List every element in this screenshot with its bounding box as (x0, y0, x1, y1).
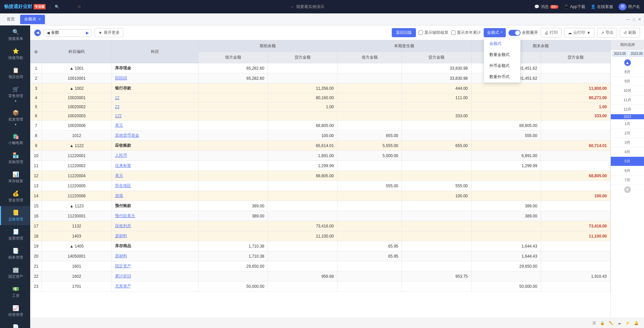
sidebar-item-finance[interactable]: 💰 资金管理 (0, 187, 30, 206)
user-info[interactable]: 用 用户名 (619, 3, 640, 10)
sidebar-item-quick-nav[interactable]: ⭐ 快捷导航 (0, 45, 30, 64)
row-name[interactable]: 回回回 (111, 73, 198, 83)
row-name[interactable]: 美元 (111, 171, 198, 181)
month-1[interactable]: 1月 (611, 119, 644, 129)
search-forward-icon[interactable]: ▶ (86, 30, 89, 35)
sidebar-item-wholesale[interactable]: 📦 批发管理 ▼ (0, 106, 30, 130)
row-ob-credit: 68,805.00 (268, 121, 337, 131)
month-9[interactable]: 9月 (611, 77, 644, 86)
row-ob-debit (198, 131, 268, 141)
display-mode-button[interactable]: 金额式 ^ (484, 28, 506, 37)
row-name[interactable]: 无形资产 (111, 281, 198, 291)
period-up-button[interactable]: ▲ (624, 59, 631, 66)
row-cd-credit (402, 151, 471, 161)
table-container[interactable]: ⚙ 科目编码 科目 期初余额 本期发生额 期末余额 借方金额 贷方金额 借方金额… (30, 40, 610, 318)
tab-home[interactable]: 首页 (3, 15, 19, 24)
row-name[interactable]: 预付款美元 (111, 211, 198, 221)
sidebar-item-assets[interactable]: 🏢 固定资产 (0, 263, 30, 282)
month-3[interactable]: 3月 (611, 138, 644, 147)
month-5[interactable]: 5月 (611, 157, 644, 166)
row-name[interactable]: 往来标签 (111, 161, 198, 171)
period-end[interactable]: 2023.05 (629, 51, 644, 57)
row-name[interactable]: 原材料 (111, 251, 198, 261)
sidebar-item-invoice[interactable]: 🧾 发票管理 (0, 225, 30, 244)
tab-close-icon[interactable]: ✕ (38, 17, 41, 21)
mode-foreign-amount[interactable]: 外币金额式 (484, 60, 520, 71)
sidebar-item-retail[interactable]: 🛒 零售管理 ▼ (0, 83, 30, 106)
service-icon: 👤 (591, 4, 596, 9)
row-code: 11220001 (42, 151, 111, 161)
sidebar-item-project[interactable]: 📋 项目合同 (0, 64, 30, 83)
row-name[interactable]: 固定资产 (111, 261, 198, 271)
print-button[interactable]: 🖨 打印 (541, 28, 561, 38)
row-name[interactable]: 应收利息 (111, 221, 198, 231)
month-8[interactable]: 8月 (611, 67, 644, 77)
refresh-button[interactable]: ↺ 刷新 (620, 28, 640, 38)
expand-more-button[interactable]: ▼ 展开更多 (95, 28, 123, 37)
month-10[interactable]: 10月 (611, 86, 644, 95)
auxiliary-checkbox[interactable] (419, 30, 423, 35)
download-button[interactable]: 📱 App下载 (564, 4, 585, 10)
row-code: 1012 (42, 131, 111, 141)
sidebar-item-payroll[interactable]: 💵 工资 (0, 282, 30, 302)
search-input[interactable] (51, 30, 85, 35)
month-11[interactable]: 11月 (611, 95, 644, 105)
mode-quantity-foreign[interactable]: 数量外币式 (484, 71, 520, 82)
tab-balance-sheet[interactable]: 余额表 ✕ (20, 15, 45, 24)
row-cd-debit (337, 93, 402, 103)
row-cd-debit (337, 73, 402, 83)
expand-all-toggle[interactable]: 全部展开 (508, 30, 538, 36)
sidebar-item-operations[interactable]: 📈 经营管理 (0, 302, 30, 321)
month-4[interactable]: 4月 (611, 147, 644, 157)
month-2[interactable]: 2月 (611, 129, 644, 138)
row-name[interactable]: 人民币 (111, 151, 198, 161)
row-name[interactable]: 12 (111, 93, 198, 103)
assets-icon: 🏢 (12, 267, 19, 273)
sidebar-item-purchase[interactable]: 🏪 采购管理 (0, 149, 30, 168)
row-cb-credit (541, 121, 610, 131)
month-7[interactable]: 7月 (611, 176, 644, 185)
row-name[interactable]: 122 (111, 112, 198, 121)
export-button[interactable]: ↗ 导出 (597, 28, 617, 38)
cloud-print-button[interactable]: ☁ 云打印 ▼ (564, 28, 594, 38)
messages-button[interactable]: 💬 消息 99+ (534, 4, 558, 10)
mode-amount[interactable]: 金额式 (484, 38, 520, 49)
row-name[interactable]: 美元 (111, 121, 198, 131)
minimize-button[interactable]: — (626, 17, 630, 22)
period-start[interactable]: 2023.05 (612, 51, 628, 57)
row-ob-credit (268, 201, 337, 211)
sidebar-item-reports[interactable]: 📄 小畅报销 (0, 321, 30, 328)
th-settings[interactable]: ⚙ (31, 41, 42, 63)
sidebar-label-invoice: 发票管理 (8, 236, 23, 241)
year-total-checkbox[interactable] (451, 30, 455, 35)
demo-link[interactable]: ○ 我要看实例演示 (291, 4, 324, 10)
row-name[interactable]: 累计折旧 (111, 271, 198, 281)
service-button[interactable]: 👤 在线客服 (591, 4, 613, 10)
sidebar-item-inventory[interactable]: 📊 库存核算 (0, 168, 30, 187)
sidebar-item-ledger[interactable]: 📒 总账管理 (0, 206, 30, 225)
search-box[interactable]: ◀ ▶ (44, 29, 92, 37)
row-name[interactable]: 原材料 (111, 231, 198, 241)
return-old-version-button[interactable]: 退回旧版 (392, 28, 416, 37)
sidebar-item-search[interactable]: 🔍 搜索菜单 (0, 25, 30, 45)
toggle-switch[interactable] (508, 30, 521, 36)
row-name[interactable]: 游戏 (111, 191, 198, 201)
close-button[interactable]: ✕ (638, 17, 641, 22)
row-name[interactable]: 所在地区 (111, 181, 198, 191)
wholesale-arrow-icon: ▼ (14, 123, 17, 126)
settings-icon[interactable]: ⚙ (77, 4, 81, 9)
back-button[interactable]: ◀ (34, 29, 41, 36)
month-12[interactable]: 12月 (611, 105, 644, 114)
row-cd-debit (337, 103, 402, 112)
period-down-button[interactable]: ▼ (624, 186, 631, 193)
sidebar-item-ecommerce[interactable]: 🛍️ 小畅电商 (0, 130, 30, 149)
row-cb-credit: 1,910.43 (541, 271, 610, 281)
sidebar-item-tax[interactable]: 📑 税务管理 (0, 244, 30, 263)
month-6[interactable]: 6月 (611, 166, 644, 176)
status-lang[interactable]: 英 (592, 321, 596, 326)
maximize-button[interactable]: □ (633, 17, 635, 22)
row-name[interactable]: 23 (111, 103, 198, 112)
year-2023-label: 2023 (611, 114, 644, 119)
row-name[interactable]: 其他货币资金 (111, 131, 198, 141)
mode-quantity-amount[interactable]: 数量金额式 (484, 49, 520, 60)
